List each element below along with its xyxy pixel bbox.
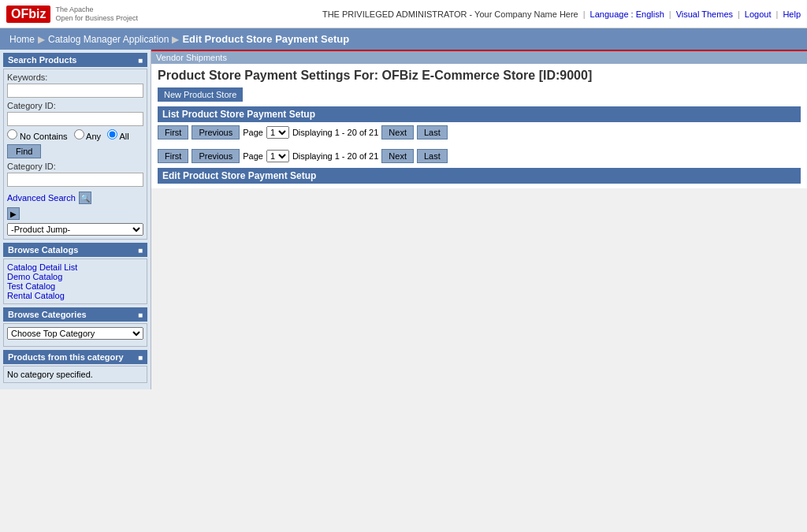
search-icon: 🔍 <box>79 192 91 204</box>
logo-icon: OFbiz <box>6 6 50 23</box>
visual-themes-link[interactable]: Visual Themes <box>676 9 733 19</box>
test-catalog-link[interactable]: Test Catalog <box>7 281 55 291</box>
find-button[interactable]: Find <box>7 144 41 158</box>
breadcrumb-home[interactable]: Home <box>9 34 35 45</box>
category-id2-label: Category ID: <box>7 162 143 171</box>
breadcrumb-current: Edit Product Store Payment Setup <box>182 33 349 45</box>
main-layout: Search Products ■ Keywords: Category ID:… <box>0 50 807 389</box>
logo-area: OFbiz The Apache Open for Business Proje… <box>6 6 138 23</box>
page-title: Product Store Payment Settings For: OFBi… <box>158 69 801 83</box>
edit-section-header: Edit Product Store Payment Setup <box>158 168 801 184</box>
page-label: Page <box>243 128 263 137</box>
breadcrumb: Home ▶ Catalog Manager Application ▶ Edi… <box>0 28 807 50</box>
last-button-bottom[interactable]: Last <box>417 149 448 163</box>
sidebar: Search Products ■ Keywords: Category ID:… <box>0 50 151 389</box>
any-label: Any <box>74 129 101 141</box>
last-button[interactable]: Last <box>417 125 448 140</box>
category-id-label: Category ID: <box>7 101 143 110</box>
category-id-input[interactable] <box>7 112 143 126</box>
displaying-info: Displaying 1 - 20 of 21 <box>292 128 378 137</box>
no-category-text: No category specified. <box>7 370 93 379</box>
browse-categories-label: Browse Categories <box>8 310 87 319</box>
previous-button-bottom[interactable]: Previous <box>192 149 240 163</box>
first-button[interactable]: First <box>158 125 188 140</box>
products-collapse-icon: ■ <box>138 353 143 362</box>
admin-label: THE PRIVILEGED ADMINISTRATOR - Your Comp… <box>322 9 578 19</box>
no-contains-radio[interactable] <box>7 129 17 140</box>
page-select[interactable]: 1 <box>266 126 289 139</box>
displaying-info-bottom: Displaying 1 - 20 of 21 <box>292 151 378 161</box>
browse-categories-inner: Choose Top Category <box>3 323 147 347</box>
keywords-label: Keywords: <box>7 73 143 82</box>
collapse-icon: ■ <box>138 56 143 65</box>
content-inner: Product Store Payment Settings For: OFBi… <box>151 64 807 188</box>
search-options: No Contains Any All <box>7 129 143 141</box>
catalog-detail-list-link[interactable]: Catalog Detail List <box>7 262 77 272</box>
search-inner: Keywords: Category ID: No Contains Any A… <box>3 69 147 240</box>
topbar: OFbiz The Apache Open for Business Proje… <box>0 0 807 28</box>
products-section-label: Products from this category <box>8 352 124 362</box>
jump-icon: ▶ <box>7 207 20 220</box>
new-product-store-button[interactable]: New Product Store <box>158 87 243 102</box>
browse-catalogs-section[interactable]: Browse Catalogs ■ <box>3 243 147 257</box>
first-button-bottom[interactable]: First <box>158 149 188 163</box>
page-select-bottom[interactable]: 1 <box>266 150 289 162</box>
topbar-right: THE PRIVILEGED ADMINISTRATOR - Your Comp… <box>322 9 801 19</box>
category-id2-input[interactable] <box>7 173 143 187</box>
browse-categories-section[interactable]: Browse Categories ■ <box>3 307 147 322</box>
breadcrumb-app[interactable]: Catalog Manager Application <box>48 34 169 45</box>
page-label-bottom: Page <box>243 151 263 161</box>
browse-catalogs-collapse-icon: ■ <box>138 246 143 255</box>
products-inner: No category specified. <box>3 366 147 383</box>
help-link[interactable]: Help <box>783 9 801 19</box>
language-link[interactable]: Language : English <box>590 9 664 19</box>
any-radio[interactable] <box>74 129 84 140</box>
top-pagination: First Previous Page 1 Displaying 1 - 20 … <box>158 125 801 140</box>
demo-catalog-link[interactable]: Demo Catalog <box>7 272 62 281</box>
next-button[interactable]: Next <box>381 125 414 140</box>
bottom-pagination: First Previous Page 1 Displaying 1 - 20 … <box>158 149 801 163</box>
all-label: All <box>107 129 129 141</box>
rental-catalog-link[interactable]: Rental Catalog <box>7 291 65 300</box>
logout-link[interactable]: Logout <box>745 9 772 19</box>
content-area: Vendor Shipments Product Store Payment S… <box>151 50 807 389</box>
product-jump-select[interactable]: -Product Jump- <box>7 223 143 236</box>
top-category-select[interactable]: Choose Top Category <box>7 327 143 340</box>
previous-button[interactable]: Previous <box>192 125 240 140</box>
browse-catalogs-inner: Catalog Detail List Demo Catalog Test Ca… <box>3 259 147 304</box>
advanced-search-link[interactable]: Advanced Search <box>7 193 76 203</box>
category-id2-row: Category ID: <box>7 162 143 190</box>
search-products-label: Search Products <box>8 55 76 65</box>
advanced-search-row: Advanced Search 🔍 <box>7 192 143 204</box>
keywords-input[interactable] <box>7 84 143 98</box>
nav-subtabs: Vendor Shipments <box>151 51 807 64</box>
products-section[interactable]: Products from this category ■ <box>3 350 147 364</box>
product-jump-row: ▶ -Product Jump- <box>7 207 143 236</box>
browse-cat-collapse-icon: ■ <box>138 311 143 319</box>
vendor-shipments-tab[interactable]: Vendor Shipments <box>156 53 227 62</box>
browse-catalogs-label: Browse Catalogs <box>8 245 78 255</box>
logo-subtext: The Apache Open for Business Project <box>55 6 138 23</box>
all-radio[interactable] <box>107 129 117 140</box>
search-products-section[interactable]: Search Products ■ <box>3 53 147 67</box>
no-contains-label: No Contains <box>7 129 68 141</box>
list-section-header: List Product Store Payment Setup <box>158 106 801 122</box>
next-button-bottom[interactable]: Next <box>381 149 414 163</box>
